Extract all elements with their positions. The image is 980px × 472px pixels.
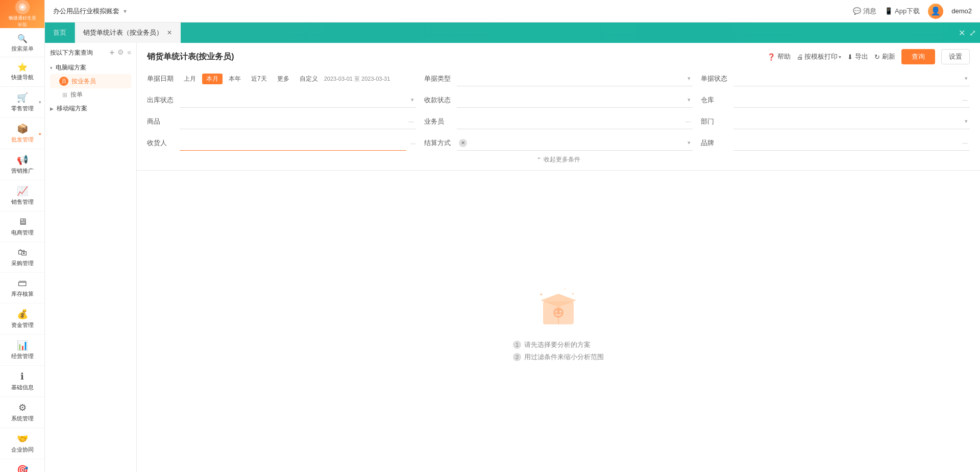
- collapse-filter-btn[interactable]: ⌃ 收起更多条件: [147, 151, 970, 166]
- tabbar-controls: ✕ ⤢: [954, 28, 980, 38]
- date-btn-7days[interactable]: 近7天: [247, 74, 271, 84]
- sidebar-item-enterprise[interactable]: 🤝 企业协同: [0, 428, 44, 459]
- sidebar-logo[interactable]: 畅捷通好生意 标版: [0, 0, 45, 28]
- scheme-sub-item-by-order[interactable]: ⊞ 按单: [50, 88, 131, 101]
- warehouse-input[interactable]: ···: [733, 92, 970, 108]
- settle-select[interactable]: ✕ ▾: [457, 135, 693, 151]
- collectstatus-select[interactable]: ▾: [457, 92, 693, 108]
- message-icon: 💬: [853, 7, 861, 15]
- shortcut-label: 快捷导航: [11, 74, 34, 81]
- shortcut-icon: ⭐: [17, 62, 28, 72]
- salesperson-input[interactable]: ···: [457, 114, 693, 129]
- user-name[interactable]: demo2: [951, 7, 972, 15]
- filter-row-warehouse: 仓库 ···: [701, 92, 970, 108]
- doctype-select[interactable]: ▾: [457, 71, 693, 86]
- sidebar-item-basic[interactable]: ℹ 基础信息: [0, 366, 44, 397]
- sidebar-item-retail[interactable]: 🛒 零售管理 ▾: [0, 87, 44, 118]
- sidebar-item-operation[interactable]: 📊 经营管理: [0, 335, 44, 366]
- settings-scheme-btn[interactable]: ⚙: [117, 48, 124, 57]
- help-btn[interactable]: ❓ 帮助: [767, 52, 791, 61]
- message-label: 消息: [863, 7, 876, 16]
- sidebar-item-purchase[interactable]: 🛍 采购管理: [0, 242, 44, 273]
- sidebar-item-finance[interactable]: 💰 资金管理: [0, 303, 44, 335]
- right-panel: 销货单统计表(按业务员) ❓ 帮助 🖨 按模板打印 ▾ ⬇: [137, 43, 980, 472]
- filter-row-brand: 品牌 ···: [701, 135, 970, 151]
- brand-input[interactable]: ···: [733, 135, 970, 151]
- mobile-scheme-group-label: 移动端方案: [57, 104, 87, 113]
- sidebar-item-newbie[interactable]: 🎯 新手引导: [0, 459, 44, 472]
- tab-home[interactable]: 首页: [45, 22, 75, 43]
- date-btn-last-month[interactable]: 上月: [180, 74, 200, 84]
- empty-hint: 1 请先选择要分析的方案 2 用过滤条件来缩小分析范围: [513, 340, 604, 362]
- wholesale-arrow: ▴: [39, 131, 41, 136]
- logo-text: 畅捷通好生意: [9, 15, 36, 21]
- tab-sales-stat[interactable]: 销货单统计表（按业务员） ✕: [75, 22, 181, 43]
- help-label: 帮助: [777, 52, 791, 61]
- pc-scheme-group-label: 电脑端方案: [56, 63, 86, 72]
- scheme-item-by-sales[interactable]: 员 按业务员: [50, 74, 131, 88]
- tab-sales-stat-close[interactable]: ✕: [167, 29, 172, 36]
- sidebar: 畅捷通好生意 标版 🔍 搜索菜单 ⭐ 快捷导航 🛒 零售管理 ▾ 📦 批发管理 …: [0, 0, 45, 472]
- sidebar-item-shortcut[interactable]: ⭐ 快捷导航: [0, 57, 44, 87]
- goods-input[interactable]: ···: [180, 114, 416, 129]
- settle-clear-btn[interactable]: ✕: [459, 139, 467, 147]
- dept-select[interactable]: ▾: [733, 114, 970, 129]
- tab-close-btn[interactable]: ✕: [959, 28, 965, 38]
- add-scheme-btn[interactable]: +: [110, 48, 114, 57]
- marketing-icon: 📢: [17, 154, 28, 166]
- refresh-icon: ↻: [874, 53, 880, 61]
- empty-hint-item-1: 1 请先选择要分析的方案: [513, 340, 591, 349]
- sidebar-item-ecommerce[interactable]: 🖥 电商管理: [0, 211, 44, 242]
- collectstatus-chevron: ▾: [688, 97, 691, 103]
- outstatus-select[interactable]: ▾: [180, 92, 416, 108]
- user-avatar-img: 👤: [930, 6, 941, 16]
- date-btn-custom[interactable]: 自定义: [296, 74, 322, 84]
- retail-label: 零售管理: [11, 105, 34, 112]
- collapse-panel-btn[interactable]: «: [127, 48, 131, 57]
- sidebar-item-wholesale[interactable]: 📦 批发管理 ▴: [0, 118, 44, 149]
- operation-icon: 📊: [17, 340, 28, 351]
- refresh-btn[interactable]: ↻ 刷新: [874, 52, 895, 61]
- settings-btn[interactable]: 设置: [941, 49, 970, 64]
- filter-row-dept: 部门 ▾: [701, 113, 970, 130]
- svg-text:✦: ✦: [539, 292, 543, 297]
- page-header: 销货单统计表(按业务员) ❓ 帮助 🖨 按模板打印 ▾ ⬇: [137, 43, 980, 171]
- app-download-btn[interactable]: 📱 App下载: [885, 7, 920, 16]
- tab-expand-btn[interactable]: ⤢: [969, 28, 976, 38]
- print-btn[interactable]: 🖨 按模板打印 ▾: [797, 52, 841, 61]
- mobile-scheme-group[interactable]: ▶ 移动端方案: [45, 101, 136, 116]
- consignee-dots-btn[interactable]: ···: [410, 139, 416, 147]
- content-area: 按以下方案查询 + ⚙ « ▾ 电脑端方案 员 按业务员 ⊞ 按: [45, 43, 980, 472]
- tab-sales-stat-label: 销货单统计表（按业务员）: [83, 28, 163, 37]
- pc-scheme-group-header[interactable]: ▾ 电脑端方案: [50, 61, 131, 74]
- message-btn[interactable]: 💬 消息: [853, 7, 876, 16]
- consignee-input[interactable]: [180, 135, 406, 151]
- date-buttons: 上月 本月 本年 近7天 更多 自定义 2023-03-01 至 2023-03…: [180, 74, 390, 84]
- search-menu-item[interactable]: 🔍 搜索菜单: [0, 28, 44, 57]
- sidebar-item-marketing[interactable]: 📢 营销推广: [0, 149, 44, 180]
- sidebar-item-inventory[interactable]: 🗃 库存核算: [0, 273, 44, 303]
- empty-hint-item-2: 2 用过滤条件来缩小分析范围: [513, 352, 604, 362]
- query-btn[interactable]: 查询: [901, 49, 935, 64]
- print-dropdown-arrow: ▾: [839, 54, 841, 60]
- sidebar-item-sales[interactable]: 📈 销售管理: [0, 180, 44, 211]
- wholesale-icon: 📦: [17, 123, 28, 134]
- system-icon: ⚙: [18, 402, 27, 413]
- topbar-dropdown-btn[interactable]: ▾: [124, 8, 127, 15]
- date-btn-this-month[interactable]: 本月: [202, 74, 223, 84]
- docstatus-select[interactable]: ▾: [733, 71, 970, 86]
- topbar-title: 办公用品行业模拟账套: [53, 7, 119, 16]
- sidebar-item-system[interactable]: ⚙ 系统管理: [0, 397, 44, 428]
- salesperson-dots: ···: [685, 117, 691, 125]
- user-avatar[interactable]: 👤: [928, 4, 943, 19]
- empty-state: ✦ ✦ ✦ 1 请先选择要分析的方案 2 用过滤条件: [137, 171, 980, 472]
- marketing-label: 营销推广: [11, 167, 34, 175]
- empty-state-icon: ✦ ✦ ✦: [533, 281, 584, 332]
- consignee-label: 收货人: [147, 138, 176, 148]
- date-btn-more[interactable]: 更多: [273, 74, 293, 84]
- date-btn-this-year[interactable]: 本年: [225, 74, 245, 84]
- brand-dots: ···: [962, 139, 968, 147]
- export-btn[interactable]: ⬇ 导出: [847, 52, 868, 61]
- export-icon: ⬇: [847, 53, 853, 61]
- app-download-label: App下载: [895, 7, 920, 16]
